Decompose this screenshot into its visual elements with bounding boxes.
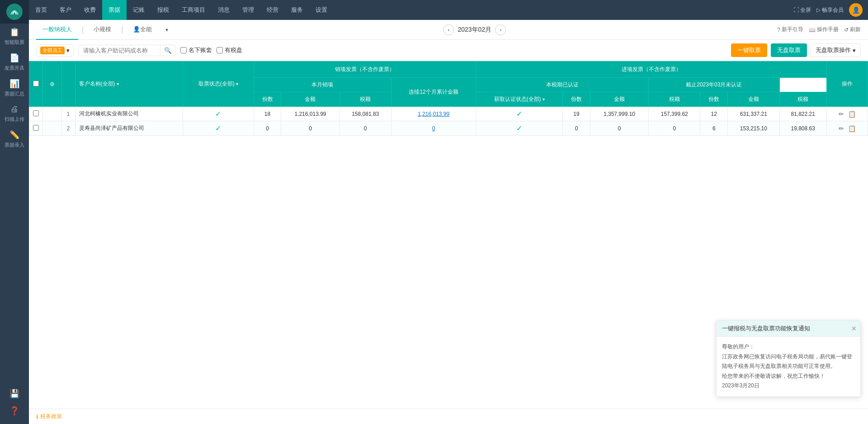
table-row: 1 河北柯橡机实业有限公司 ✓ 18 1,216,013.99 158,081.… <box>29 107 868 121</box>
nav-accounting[interactable]: 记账 <box>127 0 151 20</box>
sidebar-download-btn[interactable]: 💾 <box>0 385 29 402</box>
row-sales-month-tax: 0 <box>340 121 391 136</box>
manual-btn[interactable]: 📖 操作手册 <box>809 26 839 33</box>
tabbar-right: ? 新手引导 📖 操作手册 ↺ 刷新 <box>777 26 861 33</box>
row-checkbox[interactable] <box>33 125 39 131</box>
row-actions: ✏ 📋 <box>826 121 868 136</box>
cert-status-filter-icon[interactable]: ▾ <box>542 97 545 102</box>
edit-icon[interactable]: ✏ <box>837 110 845 118</box>
checkbox-own-accounts-input[interactable] <box>180 47 187 53</box>
row-purchase-period-count: 19 <box>563 107 590 121</box>
nav-invoice[interactable]: 票据 <box>102 0 127 20</box>
tax-policy-link[interactable]: ℹ 税务政策 <box>36 413 62 420</box>
row-purchase-period-tax: 157,399.62 <box>649 107 700 121</box>
nav-billing[interactable]: 收费 <box>78 0 102 20</box>
nav-tax[interactable]: 报税 <box>151 0 175 20</box>
nav-customer[interactable]: 客户 <box>53 0 78 20</box>
checkbox-has-disk-input[interactable] <box>217 47 223 53</box>
refresh-btn[interactable]: ↺ 刷新 <box>844 26 861 33</box>
th-purchase-period-group: 本税期已认证 <box>476 78 649 92</box>
no-disk-ops-btn[interactable]: 无盘取票操作 ▾ <box>811 43 861 57</box>
member-btn[interactable]: ▷ 畅享会员 <box>816 6 844 14</box>
th-cert-status[interactable]: 获取认证状态(全部) ▾ <box>476 92 563 107</box>
tab-small-scale[interactable]: 小规模 <box>87 20 118 40</box>
fetch-status-check-icon: ✓ <box>215 124 221 132</box>
one-click-fetch-btn[interactable]: 一键取票 <box>731 43 767 57</box>
row-sales-12month[interactable]: 1,216,013.99 <box>391 107 476 121</box>
no-disk-fetch-btn[interactable]: 无盘取票 <box>771 43 807 57</box>
th-action: 操作 <box>826 62 868 107</box>
th-sales-month-group: 本月销项 <box>254 78 391 92</box>
fetch-status-check-icon: ✓ <box>215 110 221 118</box>
sidebar-item-label: 票据录入 <box>5 142 24 148</box>
nav-message[interactable]: 消息 <box>212 0 236 20</box>
nav-service[interactable]: 服务 <box>285 0 309 20</box>
sidebar-item-smart-fetch[interactable]: 📋 智能取票 <box>0 24 29 49</box>
th-purchase-deadline-count: 份数 <box>700 92 728 107</box>
select-all-checkbox[interactable] <box>33 81 39 86</box>
edit-icon[interactable]: ✏ <box>837 125 845 132</box>
popup-line: 尊敬的用户： <box>722 342 855 352</box>
sales-12month-link[interactable]: 0 <box>432 125 435 132</box>
popup-scroll[interactable]: 尊敬的用户：江苏政务网已恢复访问电子税务局功能，易代账一键登陆电子税务局与无盘取… <box>722 342 855 391</box>
employee-select[interactable]: 全部员工 ▾ <box>36 44 74 57</box>
tab-divider-2: | <box>121 26 123 34</box>
tab-all[interactable]: 👤 全能 <box>127 20 158 40</box>
row-actions: ✏ 📋 <box>826 107 868 121</box>
row-purchase-deadline-amount: 153,215.10 <box>728 121 779 136</box>
checkbox-has-disk[interactable]: 有税盘 <box>217 46 242 54</box>
th-sales-month-tax: 税额 <box>340 92 391 107</box>
th-purchase-deadline-tax: 税额 <box>779 92 826 107</box>
row-checkbox[interactable] <box>33 110 39 116</box>
filter-bar: 全部员工 ▾ 🔍 名下账套 有税盘 一键取票 无盘取票 无盘取票操作 ▾ <box>29 40 868 61</box>
sidebar-item-label: 票据汇总 <box>5 91 24 97</box>
th-customer[interactable]: 客户名称(全部) ▾ <box>75 62 183 107</box>
info-icon: ℹ <box>36 414 38 420</box>
sidebar: 📋 智能取票 📄 发票开具 📊 票据汇总 🖨 扫描上传 ✏️ 票据录入 💾 ❓ <box>0 0 29 424</box>
row-customer: 河北柯橡机实业有限公司 <box>75 107 183 121</box>
row-purchase-deadline-count: 12 <box>700 107 728 121</box>
settings-icon[interactable]: ⚙ <box>50 81 55 87</box>
fetch-status-filter-icon[interactable]: ▾ <box>236 81 238 86</box>
app-logo[interactable] <box>0 0 29 24</box>
detail-icon[interactable]: 📋 <box>847 125 857 132</box>
th-purchase-period-tax: 税额 <box>649 92 700 107</box>
next-month-btn[interactable]: › <box>495 24 506 35</box>
th-fetch-status[interactable]: 取票状态(全部) ▾ <box>183 62 254 107</box>
nav-business[interactable]: 工商项目 <box>175 0 212 20</box>
tab-more-btn[interactable]: ▾ <box>162 20 172 40</box>
sidebar-item-invoice-open[interactable]: 📄 发票开具 <box>0 49 29 75</box>
th-purchase-deadline-group: 截止2023年03月未认证 <box>649 78 779 92</box>
sidebar-item-invoice-summary[interactable]: 📊 票据汇总 <box>0 75 29 101</box>
topnav-right: ⛶ 全屏 ▷ 畅享会员 👤 <box>793 3 863 17</box>
tab-general-taxpayer[interactable]: 一般纳税人 <box>36 20 78 40</box>
row-purchase-deadline-tax: 81,822.21 <box>779 107 826 121</box>
sidebar-help-btn[interactable]: ❓ <box>0 402 29 419</box>
sidebar-item-invoice-entry[interactable]: ✏️ 票据录入 <box>0 126 29 152</box>
new-guide-btn[interactable]: ? 新手引导 <box>777 26 803 33</box>
detail-icon[interactable]: 📋 <box>847 110 857 118</box>
filter-icon[interactable]: ▾ <box>117 81 119 86</box>
user-avatar[interactable]: 👤 <box>849 3 863 17</box>
sales-12month-link[interactable]: 1,216,013.99 <box>418 111 449 117</box>
fullscreen-btn[interactable]: ⛶ 全屏 <box>793 6 811 14</box>
row-sales-12month[interactable]: 0 <box>391 121 476 136</box>
popup-header: 一键报税与无盘取票功能恢复通知 ✕ <box>717 321 860 337</box>
popup-title: 一键报税与无盘取票功能恢复通知 <box>722 324 810 333</box>
checkbox-own-accounts[interactable]: 名下账套 <box>180 46 212 54</box>
sidebar-item-scan-upload[interactable]: 🖨 扫描上传 <box>0 101 29 126</box>
tab-bar: 一般纳税人 | 小规模 | 👤 全能 ▾ ‹ 2023年02月 › ? 新手引导… <box>29 20 868 40</box>
row-purchase-deadline-count: 6 <box>700 121 728 136</box>
search-input[interactable] <box>79 45 160 56</box>
nav-home[interactable]: 首页 <box>29 0 53 20</box>
prev-month-btn[interactable]: ‹ <box>443 24 454 35</box>
row-customer: 灵寿县尚泽矿产品有限公司 <box>75 121 183 136</box>
search-button[interactable]: 🔍 <box>160 45 175 56</box>
sidebar-item-label: 扫描上传 <box>5 116 24 123</box>
popup-close-btn[interactable]: ✕ <box>851 325 857 332</box>
nav-manage[interactable]: 管理 <box>236 0 260 20</box>
row-settings-cell <box>43 107 62 121</box>
nav-operation[interactable]: 经营 <box>260 0 285 20</box>
row-purchase-period-tax: 0 <box>649 121 700 136</box>
nav-settings[interactable]: 设置 <box>309 0 334 20</box>
